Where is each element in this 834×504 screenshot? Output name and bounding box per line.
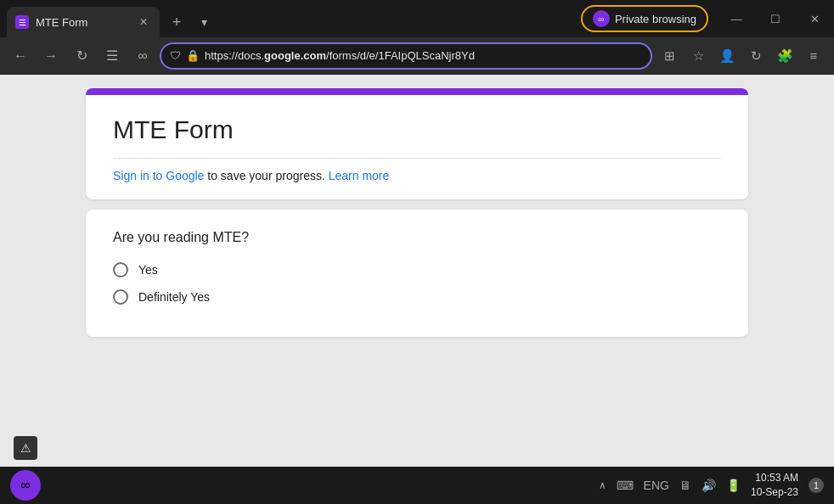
- radio-yes-circle: [113, 262, 128, 277]
- new-tab-button[interactable]: +: [163, 8, 190, 36]
- toolbar-icons: ⊞ ☆ 👤 ↻ 🧩 ≡: [656, 42, 827, 70]
- option-yes[interactable]: Yes: [113, 262, 721, 277]
- signin-suffix: to save your progress.: [207, 169, 328, 182]
- forward-button[interactable]: →: [37, 42, 65, 70]
- signin-text: Sign in to Google to save your progress.…: [113, 169, 721, 182]
- volume-icon[interactable]: 🔊: [702, 479, 716, 492]
- radio-yes-label: Yes: [138, 263, 158, 277]
- signin-link[interactable]: Sign in to Google: [113, 169, 204, 182]
- taskbar-right: ∧ ⌨ ENG 🖥 🔊 🔋 10:53 AM 10-Sep-23 1: [599, 471, 824, 500]
- menu-button[interactable]: ≡: [800, 42, 827, 70]
- form-question-card: Are you reading MTE? Yes Definitely Yes: [86, 210, 748, 337]
- window-controls: — ☐ ✕: [717, 0, 834, 37]
- translate-button[interactable]: ⊞: [656, 42, 683, 70]
- bookmark-button[interactable]: ☆: [685, 42, 712, 70]
- reading-list-button[interactable]: ☰: [99, 42, 126, 70]
- reload-button[interactable]: ↻: [68, 42, 95, 70]
- feedback-button[interactable]: ⚠: [14, 436, 37, 460]
- display-icon: 🖥: [679, 479, 691, 492]
- tab-close-button[interactable]: ✕: [136, 14, 151, 30]
- feedback-icon: ⚠: [20, 441, 31, 455]
- avatar-icon: ∞: [20, 478, 30, 493]
- radio-definitely-label: Definitely Yes: [138, 290, 210, 304]
- maximize-button[interactable]: ☐: [756, 0, 795, 37]
- address-bar[interactable]: 🛡 🔒 https://docs.google.com/forms/d/e/1F…: [160, 42, 652, 70]
- tab-dropdown-button[interactable]: ▾: [190, 8, 217, 36]
- date-display: 10-Sep-23: [751, 485, 798, 500]
- time-display: 10:53 AM: [751, 471, 798, 485]
- page-content: MTE Form Sign in to Google to save your …: [0, 75, 834, 467]
- form-header-card: MTE Form Sign in to Google to save your …: [86, 88, 748, 199]
- language-label: ENG: [644, 479, 669, 492]
- back-button[interactable]: ←: [7, 42, 34, 70]
- close-button[interactable]: ✕: [795, 0, 834, 37]
- learn-more-link[interactable]: Learn more: [329, 169, 390, 182]
- profile-button[interactable]: 👤: [713, 42, 741, 70]
- keyboard-icon: ⌨: [617, 479, 634, 492]
- battery-icon: 🔋: [726, 479, 741, 492]
- private-toolbar-icon[interactable]: ∞: [129, 42, 156, 70]
- tab-favicon: ☰: [15, 15, 29, 29]
- chevron-up-icon[interactable]: ∧: [599, 479, 606, 491]
- form-title: MTE Form: [113, 115, 721, 144]
- active-tab[interactable]: ☰ MTE Form ✕: [7, 7, 160, 37]
- time-block: 10:53 AM 10-Sep-23: [751, 471, 798, 500]
- taskbar: ∞ ∧ ⌨ ENG 🖥 🔊 🔋 10:53 AM 10-Sep-23 1: [0, 467, 834, 504]
- lock-icon: 🔒: [186, 49, 200, 62]
- private-browsing-label: Private browsing: [615, 13, 696, 25]
- minimize-button[interactable]: —: [717, 0, 756, 37]
- notification-badge[interactable]: 1: [809, 478, 824, 493]
- extensions-button[interactable]: 🧩: [771, 42, 798, 70]
- taskbar-avatar[interactable]: ∞: [10, 470, 41, 501]
- url-text: https://docs.google.com/forms/d/e/1FAIpQ…: [205, 49, 642, 62]
- tab-area: ☰ MTE Form ✕ + ▾: [0, 0, 581, 37]
- titlebar: ☰ MTE Form ✕ + ▾ ∞ Private browsing — ☐ …: [0, 0, 834, 37]
- form-divider: [113, 158, 721, 159]
- toolbar: ← → ↻ ☰ ∞ 🛡 🔒 https://docs.google.com/fo…: [0, 37, 834, 75]
- tab-title-text: MTE Form: [36, 16, 129, 29]
- option-definitely-yes[interactable]: Definitely Yes: [113, 289, 721, 305]
- sync-button[interactable]: ↻: [742, 42, 769, 70]
- shield-icon: 🛡: [170, 49, 181, 62]
- radio-definitely-circle: [113, 289, 128, 305]
- private-browsing-icon: ∞: [593, 10, 610, 27]
- private-browsing-button[interactable]: ∞ Private browsing: [581, 5, 708, 32]
- question-text: Are you reading MTE?: [113, 230, 721, 245]
